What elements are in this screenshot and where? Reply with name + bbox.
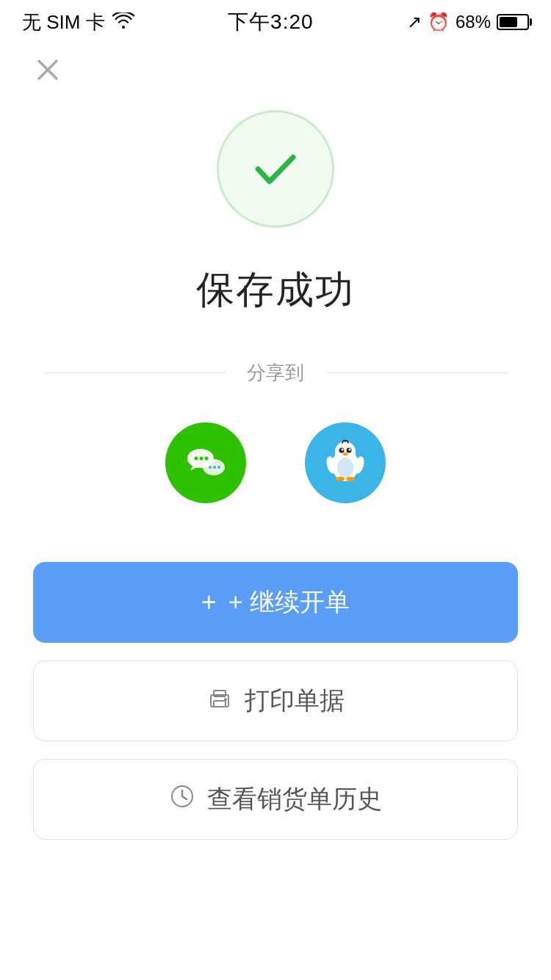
- svg-point-16: [342, 453, 347, 455]
- status-left: 无 SIM 卡: [22, 10, 134, 35]
- status-time: 下午3:20: [228, 8, 314, 36]
- history-icon: [169, 783, 195, 815]
- svg-point-15: [348, 449, 350, 451]
- svg-point-9: [217, 466, 220, 469]
- svg-point-14: [341, 449, 343, 451]
- svg-point-25: [224, 698, 227, 701]
- continue-order-button[interactable]: + + 继续开单: [33, 562, 518, 643]
- wechat-share-button[interactable]: [165, 422, 246, 503]
- main-content: 保存成功 分享到: [0, 44, 551, 840]
- wifi-icon: [112, 11, 134, 34]
- svg-rect-24: [214, 701, 226, 707]
- svg-point-21: [346, 477, 355, 481]
- divider-right: [326, 372, 507, 373]
- svg-point-4: [195, 457, 198, 461]
- battery-percent: 68%: [455, 12, 491, 32]
- carrier-text: 无 SIM 卡: [22, 10, 105, 35]
- printer-icon: [206, 685, 233, 717]
- order-history-label: 查看销货单历史: [207, 782, 382, 816]
- qq-share-button[interactable]: [305, 422, 386, 503]
- close-button[interactable]: [29, 51, 66, 88]
- svg-point-7: [209, 466, 212, 469]
- share-buttons-container: [165, 422, 386, 503]
- status-right: ↗ ⏰ 68%: [407, 12, 529, 32]
- share-label: 分享到: [225, 360, 326, 386]
- checkmark-icon: [246, 140, 305, 198]
- plus-icon: +: [201, 587, 217, 618]
- print-label: 打印单据: [245, 684, 345, 718]
- order-history-button[interactable]: 查看销货单历史: [33, 759, 518, 840]
- share-divider: 分享到: [0, 360, 551, 386]
- svg-point-6: [205, 457, 209, 461]
- continue-order-label: + 继续开单: [228, 586, 350, 619]
- status-bar: 无 SIM 卡 下午3:20 ↗ ⏰ 68%: [0, 0, 551, 44]
- alarm-icon: ⏰: [428, 12, 450, 32]
- battery-icon: [497, 14, 529, 30]
- svg-point-20: [336, 477, 345, 481]
- action-buttons-container: + + 继续开单 打印单据 查看销货单历史: [33, 562, 518, 840]
- svg-point-5: [200, 457, 204, 461]
- svg-point-19: [337, 458, 353, 478]
- divider-left: [44, 372, 225, 373]
- print-button[interactable]: 打印单据: [33, 660, 518, 741]
- svg-point-8: [213, 466, 216, 469]
- location-icon: ↗: [407, 12, 422, 32]
- success-circle: [217, 110, 334, 228]
- success-title: 保存成功: [196, 264, 355, 316]
